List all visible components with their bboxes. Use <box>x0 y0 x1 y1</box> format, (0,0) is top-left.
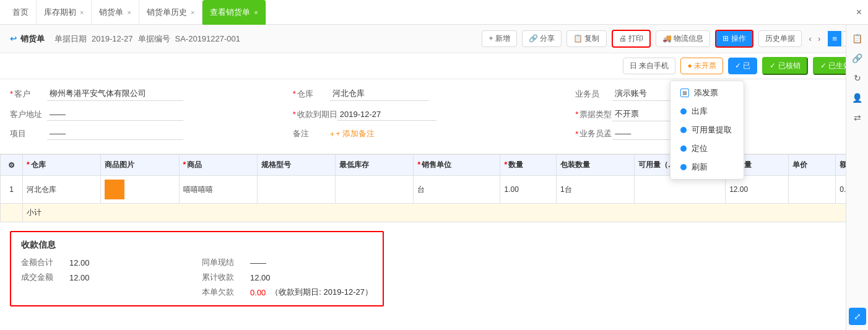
subtotal-index <box>1 204 23 222</box>
payment-transaction-row: 成交金额 12.00 <box>21 272 192 283</box>
tab-inventory-init[interactable]: 库存期初 × <box>37 0 92 25</box>
history-button[interactable]: 历史单据 <box>758 30 802 47</box>
dropdown-locate[interactable]: 定位 <box>671 139 744 158</box>
due-note: （收款到期日: 2019-12-27） <box>271 287 373 298</box>
cumulative-label: 累计收款 <box>202 272 245 283</box>
date-label: 单据日期 <box>54 33 87 45</box>
due-value: 0.00 <box>250 288 266 297</box>
prev-arrow[interactable]: ‹ <box>807 33 814 45</box>
sidebar-refresh-icon[interactable]: ↻ <box>849 69 866 87</box>
view-list-btn[interactable]: ≡ <box>828 31 841 46</box>
doc-meta: 单据日期 2019-12-27 单据编号 SA-20191227-001 <box>54 33 240 45</box>
subtotal-row: 小计 <box>1 204 868 222</box>
content-area: ↩ 销货单 单据日期 2019-12-27 单据编号 SA-20191227-0… <box>0 25 868 330</box>
toolbar-row: 日 来自手机 ● 未开票 ✓ 已 ✓ 已核销 ✓ 已生效 <box>0 53 868 79</box>
warehouse-field: * 仓库 河北仓库 <box>293 87 576 101</box>
dropdown-quantity-fetch[interactable]: 可用量提取 <box>671 121 744 139</box>
payment-date-label: * 收款到期日 <box>293 109 337 120</box>
same-order-value: —— <box>250 258 266 267</box>
add-note-button[interactable]: + + 添加备注 <box>330 128 375 139</box>
doc-header-right: + 新增 🔗 分享 📋 复制 🖨 打印 🚚 物流信息 ⊞ 操作 历史单据 ‹ ›… <box>482 30 858 48</box>
tab-close-sales[interactable]: × <box>127 9 131 16</box>
confirm-button[interactable]: ✓ 已 <box>728 58 757 74</box>
payment-title: 收款信息 <box>21 240 373 251</box>
sold-button[interactable]: ✓ 已核销 <box>762 57 807 75</box>
row-unit[interactable]: 台 <box>414 176 500 204</box>
close-all-tabs-icon[interactable]: × <box>856 7 862 18</box>
operations-button[interactable]: ⊞ 操作 <box>715 30 753 48</box>
table-row: 1 河北仓库 嘻嘻嘻嘻 台 1.00 1台 12.00 0. <box>1 176 868 204</box>
new-button[interactable]: + 新增 <box>482 30 516 47</box>
address-field: 客户地址 —— <box>10 108 293 121</box>
sidebar-copy-icon[interactable]: 📋 <box>849 30 866 47</box>
sidebar-exchange-icon[interactable]: ⇄ <box>849 109 866 126</box>
row-price[interactable] <box>788 176 836 204</box>
dropdown-refresh[interactable]: 刷新 <box>671 158 744 176</box>
total-value: 12.00 <box>69 258 90 267</box>
warehouse-value[interactable]: 河北仓库 <box>330 87 429 101</box>
next-arrow[interactable]: › <box>815 33 823 45</box>
payment-total-row: 金额合计 12.00 <box>21 257 192 268</box>
col-warehouse: *仓库 <box>23 155 101 176</box>
from-mobile-button[interactable]: 日 来自手机 <box>623 58 675 74</box>
doc-header-left: ↩ 销货单 单据日期 2019-12-27 单据编号 SA-20191227-0… <box>10 33 240 45</box>
col-gear[interactable]: ⚙ <box>1 155 23 176</box>
row-quantity[interactable]: 1.00 <box>500 176 556 204</box>
not-open-button[interactable]: ● 未开票 <box>680 58 723 74</box>
tab-close-view[interactable]: × <box>254 9 258 16</box>
refresh-icon <box>680 164 687 170</box>
share-button[interactable]: 🔗 分享 <box>522 30 562 47</box>
sidebar-expand-icon[interactable]: ⤢ <box>849 308 866 325</box>
document-title: ↩ 销货单 <box>10 33 45 45</box>
copy-button[interactable]: 📋 复制 <box>566 30 606 47</box>
staff2-label: * 业务员孟 <box>575 128 612 139</box>
project-field: 项目 —— <box>10 128 293 140</box>
address-label: 客户地址 <box>10 109 47 120</box>
nav-arrows: ‹ › <box>807 33 823 45</box>
number-value: SA-20191227-001 <box>175 34 241 43</box>
dropdown-outbound[interactable]: 出库 <box>671 102 744 121</box>
tab-sales-history[interactable]: 销货单历史 × <box>139 0 202 25</box>
col-unit: *销售单位 <box>414 155 500 176</box>
tab-view-sales-order[interactable]: 查看销货单 × <box>202 0 266 25</box>
row-minstock <box>336 176 414 204</box>
payment-due-row: 本单欠款 0.00 （收款到期日: 2019-12-27） <box>202 287 373 298</box>
row-spec[interactable] <box>257 176 335 204</box>
tab-close-inventory[interactable]: × <box>80 9 84 16</box>
project-label: 项目 <box>10 128 47 139</box>
cumulative-value: 12.00 <box>250 273 271 282</box>
col-quantity: *数量 <box>500 155 556 176</box>
payment-grid: 金额合计 12.00 同单现结 —— 成交金额 12.00 累计收款 12.00 <box>21 257 373 298</box>
note-label: 备注 <box>293 128 330 139</box>
staff-label: 业务员 <box>575 89 612 100</box>
doc-icon: ↩ <box>10 34 17 43</box>
tab-close-history[interactable]: × <box>191 9 194 16</box>
product-image <box>105 180 124 199</box>
doc-title-text: 销货单 <box>20 33 45 45</box>
dropdown-add-invoice[interactable]: ≡ 添发票 <box>671 84 744 102</box>
print-button[interactable]: 🖨 打印 <box>612 30 651 48</box>
row-stock: 12.00 <box>726 176 788 204</box>
project-value: —— <box>47 128 183 140</box>
transaction-value: 12.00 <box>69 273 90 282</box>
payment-cumulative-row: 累计收款 12.00 <box>202 272 373 283</box>
row-warehouse[interactable]: 河北仓库 <box>23 176 101 204</box>
row-product[interactable]: 嘻嘻嘻嘻 <box>179 176 257 204</box>
subtotal-label: 小计 <box>23 204 868 222</box>
col-package: 包装数量 <box>556 155 634 176</box>
payment-section: 收款信息 金额合计 12.00 同单现结 —— 成交金额 12.00 累计收款 … <box>0 222 868 315</box>
warehouse-label: * 仓库 <box>293 89 330 100</box>
customer-value[interactable]: 柳州粤港平安气体有限公司 <box>47 87 183 101</box>
row-package[interactable]: 1台 <box>556 176 634 204</box>
tab-sales-order[interactable]: 销货单 × <box>92 0 139 25</box>
total-label: 金额合计 <box>21 257 64 268</box>
logistics-button[interactable]: 🚚 物流信息 <box>656 30 710 47</box>
sidebar-link-icon[interactable]: 🔗 <box>849 50 866 67</box>
add-invoice-icon: ≡ <box>680 89 689 97</box>
tab-home[interactable]: 首页 <box>5 0 37 25</box>
payment-date-value[interactable]: 2019-12-27 <box>337 108 436 121</box>
payment-date-field: * 收款到期日 2019-12-27 <box>293 108 576 121</box>
right-sidebar: 📋 🔗 ↻ 👤 ⇄ ⤢ <box>846 25 868 330</box>
sidebar-person-icon[interactable]: 👤 <box>849 89 866 106</box>
tab-bar: 首页 库存期初 × 销货单 × 销货单历史 × 查看销货单 × × <box>0 0 868 25</box>
